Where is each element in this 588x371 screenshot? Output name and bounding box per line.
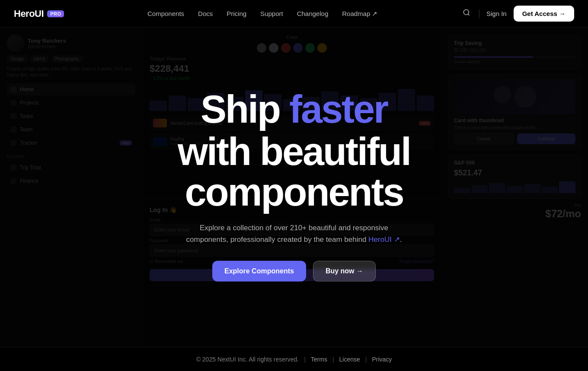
svg-point-0 (463, 10, 469, 15)
hero-description: Explore a collection of over 210+ beauti… (182, 222, 406, 245)
hero-headline-line3: components (99, 172, 489, 211)
footer-privacy[interactable]: Privacy (372, 356, 392, 363)
explore-components-button[interactable]: Explore Components (212, 261, 306, 282)
pro-badge: PRO (47, 10, 64, 17)
nav-docs[interactable]: Docs (198, 10, 213, 17)
hero-content: Ship faster with beautiful components Ex… (99, 89, 489, 281)
nav-divider (479, 10, 479, 18)
nav-components[interactable]: Components (147, 10, 184, 17)
logo: HeroUI (14, 8, 44, 19)
navbar-center: Components Docs Pricing Support Changelo… (147, 10, 377, 18)
navbar-left: HeroUI PRO (14, 8, 64, 19)
hero-headline-line2: with beautiful (99, 132, 489, 171)
nav-roadmap[interactable]: Roadmap ↗ (342, 10, 377, 18)
nav-changelog[interactable]: Changelog (297, 10, 329, 17)
signin-button[interactable]: Sign In (486, 10, 507, 17)
hero-desc-suffix: . (400, 235, 402, 244)
navbar: HeroUI PRO Components Docs Pricing Suppo… (0, 0, 588, 28)
footer-sep-2: | (332, 356, 334, 363)
hero-headline-line1: Ship faster (99, 89, 489, 128)
navbar-right: Sign In Get Access → (461, 6, 574, 22)
footer-terms[interactable]: Terms (311, 356, 327, 363)
heroui-link[interactable]: HeroUI ↗ (368, 235, 400, 244)
nav-pricing[interactable]: Pricing (227, 10, 246, 17)
hero-buttons: Explore Components Buy now → (99, 261, 489, 282)
footer-license[interactable]: License (339, 356, 360, 363)
buy-now-label: Buy now → (326, 267, 363, 275)
hero-faster: faster (289, 87, 387, 130)
buy-now-button[interactable]: Buy now → (313, 261, 376, 282)
hero-ship: Ship (201, 87, 289, 130)
footer-sep-3: | (365, 356, 367, 363)
footer: © 2025 NextUI Inc. All rights reserved. … (0, 347, 588, 371)
nav-support[interactable]: Support (260, 10, 283, 17)
get-access-button[interactable]: Get Access → (514, 6, 574, 22)
footer-copyright: © 2025 NextUI Inc. All rights reserved. (196, 356, 299, 363)
footer-sep-1: | (304, 356, 306, 363)
hero-desc-text1: Explore a collection of over 210+ beauti… (186, 223, 388, 243)
search-button[interactable] (461, 7, 472, 20)
